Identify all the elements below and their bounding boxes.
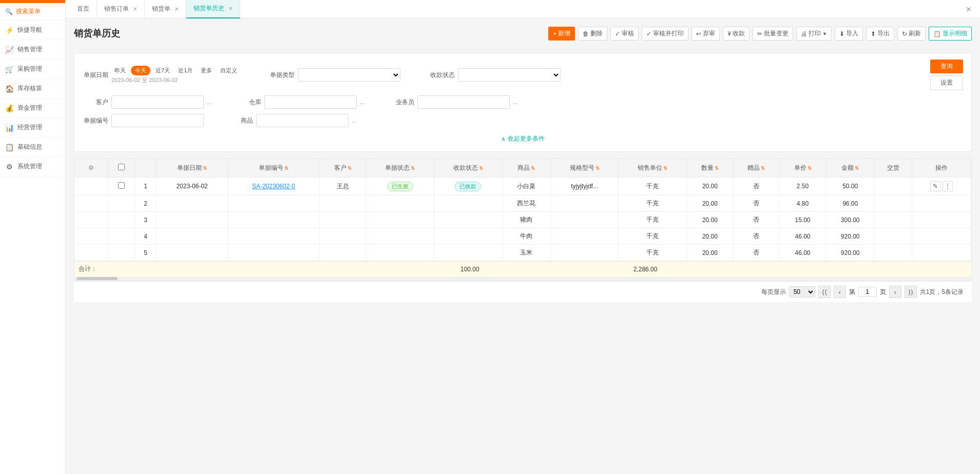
prev-page-button[interactable]: ‹ [834,286,846,298]
settings-icon[interactable]: ⚙ [86,163,96,173]
cell-qty: 20.00 [687,245,733,261]
th-settings[interactable]: ⚙ [74,159,108,177]
abandon-button[interactable]: ↩ 弃审 [691,27,720,41]
th-gift[interactable]: 赠品 ⇅ [733,159,779,177]
product-ellipsis[interactable]: ... [352,117,357,124]
doc-type-select[interactable] [298,68,400,82]
show-detail-button[interactable]: 📋 显示明细 [929,27,972,41]
date-custom-btn[interactable]: 自定义 [217,66,240,75]
edit-op-button[interactable]: ✎ [930,181,940,191]
cell-checkbox[interactable] [108,245,135,261]
settings-button[interactable]: 设置 [930,75,963,90]
sidebar-item-sales-mgmt[interactable]: 📈 销售管理 [0,40,65,60]
sidebar-item-finance-mgmt[interactable]: 💰 资金管理 [0,98,65,118]
tab-sales-delivery[interactable]: 销货单 ✕ [145,0,186,18]
tab-home[interactable]: 首页 [70,0,97,18]
th-product[interactable]: 商品 ⇅ [502,159,550,177]
cell-doc-no[interactable] [227,228,319,245]
warehouse-input[interactable] [264,95,357,109]
th-doc-status[interactable]: 单据状态 ⇅ [366,159,434,177]
page-input[interactable] [858,287,877,297]
th-amount[interactable]: 金额 ⇅ [826,159,875,177]
cell-operation[interactable]: ✎⋮ [912,177,971,195]
more-op-button[interactable]: ⋮ [943,181,953,191]
refresh-button[interactable]: ↻ 刷新 [897,27,926,41]
th-unit[interactable]: 销售单位 ⇅ [619,159,687,177]
total-info: 共1页，5条记录 [920,288,964,297]
horizontal-scrollbar[interactable] [74,276,971,281]
last-page-button[interactable]: ⟩⟩ [905,286,917,298]
close-icon[interactable]: ✕ [175,6,179,12]
th-payment-status[interactable]: 收款状态 ⇅ [434,159,503,177]
row-checkbox[interactable] [118,182,125,189]
scrollbar-thumb[interactable] [76,277,118,280]
sort-icon: ⇅ [761,165,765,171]
query-button[interactable]: 查询 [930,60,963,73]
salesperson-ellipsis[interactable]: ... [513,98,518,106]
date-yesterday-btn[interactable]: 昨天 [111,66,129,75]
customer-ellipsis[interactable]: ... [207,98,212,106]
cell-doc-no[interactable] [227,212,319,228]
cell-doc-no[interactable] [227,245,319,261]
select-all-checkbox[interactable] [118,164,125,170]
th-spec[interactable]: 规格型号 ⇅ [550,159,619,177]
batch-change-button[interactable]: ✏ 批量变更 [753,27,793,41]
sidebar-item-purchase-mgmt[interactable]: 🛒 采购管理 [0,60,65,79]
cell-settings [74,212,108,228]
th-doc-date[interactable]: 单据日期 ⇅ [157,159,228,177]
new-button[interactable]: + 新增 [548,27,575,41]
cell-operation[interactable] [912,195,971,212]
per-page-select[interactable]: 50 100 [789,286,815,298]
date-7days-btn[interactable]: 近7天 [152,66,173,75]
warehouse-ellipsis[interactable]: ... [360,98,365,106]
new-label: 新增 [558,29,570,38]
th-unit-price[interactable]: 单价 ⇅ [779,159,825,177]
doc-no-link[interactable]: SA-20230602-0 [252,183,295,190]
cell-doc-no[interactable] [227,195,319,212]
date-today-btn[interactable]: 今天 [131,66,150,75]
cell-row-no: 5 [135,245,157,261]
cell-operation[interactable] [912,228,971,245]
customer-input[interactable] [111,95,204,109]
export-button[interactable]: ⬆ 导出 [866,27,894,41]
sidebar-item-quick-nav[interactable]: ⚡ 快捷导航 [0,21,65,40]
th-checkbox[interactable] [108,159,135,177]
sidebar-item-search-menu[interactable]: 🔍 搜索菜单 [0,3,65,21]
import-button[interactable]: ⬇ 导入 [835,27,863,41]
th-customer[interactable]: 客户 ⇅ [319,159,366,177]
window-close-icon[interactable]: ✕ [962,5,976,13]
cell-operation[interactable] [912,212,971,228]
date-more-btn[interactable]: 更多 [198,66,215,75]
money-icon: 💰 [5,104,13,112]
salesperson-input[interactable] [417,95,510,109]
collapse-btn[interactable]: ∧ 收起更多条件 [83,132,963,145]
next-page-button[interactable]: › [889,286,901,298]
cell-checkbox[interactable] [108,212,135,228]
cell-doc-no[interactable]: SA-20230602-0 [227,177,319,195]
payment-status-select[interactable] [458,68,561,82]
sidebar-item-operations-mgmt[interactable]: 📊 经营管理 [0,118,65,137]
close-icon[interactable]: ✕ [228,6,233,11]
sidebar-item-basic-info[interactable]: 📋 基础信息 [0,137,65,157]
tab-sales-history[interactable]: 销货单历史 ✕ [186,0,240,18]
cell-operation[interactable] [912,245,971,261]
tab-sales-order[interactable]: 销售订单 ✕ [97,0,145,18]
date-1month-btn[interactable]: 近1月 [175,66,196,75]
close-icon[interactable]: ✕ [133,6,137,12]
cell-checkbox[interactable] [108,195,135,212]
sidebar-item-inventory[interactable]: 🏠 库存核算 [0,79,65,98]
audit-button[interactable]: ✓ 审核 [610,27,639,41]
product-input[interactable] [256,114,349,127]
audit-print-button[interactable]: ✓ 审核并打印 [642,27,688,41]
th-qty[interactable]: 数量 ⇅ [687,159,733,177]
first-page-button[interactable]: ⟨⟨ [818,286,831,298]
doc-no-input[interactable] [111,114,204,127]
cell-checkbox[interactable] [108,177,135,195]
print-button[interactable]: 🖨 打印 ▼ [796,27,832,41]
cell-payment-status: 已收款 [434,177,503,195]
delete-button[interactable]: 🗑 删除 [578,27,607,41]
th-doc-no[interactable]: 单据编号 ⇅ [227,159,319,177]
sidebar-item-system-mgmt[interactable]: ⚙ 系统管理 [0,157,65,176]
cell-checkbox[interactable] [108,228,135,245]
receive-button[interactable]: ¥ 收款 [723,27,750,41]
